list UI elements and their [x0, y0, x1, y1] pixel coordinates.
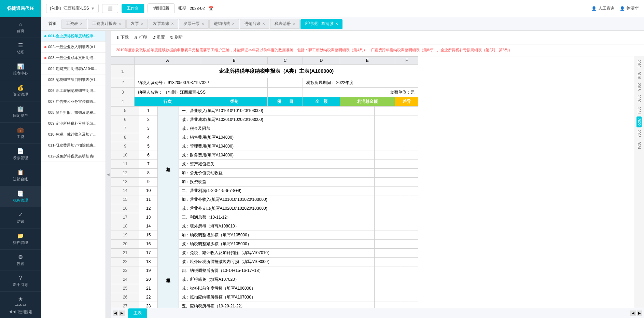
xiangmu-13[interactable]: 三、利润总额（10-11-12）	[179, 213, 374, 222]
chay-5[interactable]	[409, 142, 418, 151]
xuhao-18[interactable]: 18	[139, 257, 158, 266]
lirunquane-21[interactable]	[400, 284, 409, 293]
left-panel-item-006[interactable]: 006-职工薪酬纳税调整明细...	[41, 85, 106, 96]
year-2018[interactable]: 2018	[636, 81, 642, 92]
xuhao-4[interactable]: 4	[139, 133, 158, 142]
quane-5[interactable]	[374, 142, 400, 151]
quane-7[interactable]	[374, 160, 400, 168]
lirunquane-23[interactable]	[400, 302, 409, 308]
left-panel-item-001[interactable]: 001-企业所得税年度纳税申...	[41, 31, 106, 42]
lirunquane-18[interactable]	[400, 257, 409, 266]
lirunquane-9[interactable]	[400, 177, 409, 186]
tab-salary-stat[interactable]: 工资统计报表 ✕	[88, 19, 126, 29]
xiangmu-16[interactable]: 减：纳税调整减少额（填写A105000）	[179, 239, 374, 248]
xuhao-19[interactable]: 19	[139, 266, 158, 275]
left-panel-item-005[interactable]: 005-纳税调整项目明细表(A1...	[41, 74, 106, 85]
xiangmu-4[interactable]: 减：销售费用(填写A104000)	[179, 133, 374, 142]
tab-salary-close[interactable]: ✕	[80, 22, 83, 26]
xuhao-13[interactable]: 13	[139, 213, 158, 222]
left-panel-item-012[interactable]: 012-减免所得税优惠明细表(...	[41, 151, 106, 162]
chay-16[interactable]	[409, 239, 418, 248]
lirunquane-8[interactable]	[400, 168, 409, 177]
xiangmu-11[interactable]: 加：营业外收入(填写A101010\101020\103000)	[179, 195, 374, 204]
lirunquane-11[interactable]	[400, 195, 409, 204]
nav-prev-btn[interactable]: ◀	[113, 310, 118, 316]
sidebar-item-fixed[interactable]: 🏢 固定资产	[0, 101, 41, 123]
year-2016[interactable]: 2016	[636, 70, 642, 81]
xuhao-23[interactable]: 23	[139, 302, 158, 308]
quane-1[interactable]	[374, 106, 400, 115]
switch-btn[interactable]: 切到旧版	[148, 3, 175, 13]
lirunquane-1[interactable]	[400, 106, 409, 115]
chay-20[interactable]	[409, 275, 418, 284]
quane-14[interactable]	[374, 222, 400, 231]
xuhao-20[interactable]: 20	[139, 275, 158, 284]
xuhao-9[interactable]: 9	[139, 177, 158, 186]
quane-2[interactable]	[374, 115, 400, 124]
xuhao-14[interactable]: 14	[139, 222, 158, 231]
nav-next-btn[interactable]: ▶	[119, 310, 125, 316]
quane-22[interactable]	[374, 293, 400, 302]
chay-15[interactable]	[409, 231, 418, 239]
xuhao-7[interactable]: 7	[139, 160, 158, 168]
quane-15[interactable]	[374, 231, 400, 239]
tab-income-tax[interactable]: 所得税汇算清缴 ✕	[300, 19, 342, 29]
xuhao-22[interactable]: 22	[139, 293, 158, 302]
chay-18[interactable]	[409, 257, 418, 266]
tab-income-tax-close[interactable]: ✕	[335, 22, 338, 26]
xiangmu-18[interactable]: 减：境外应税所得抵减境内亏损（填写A108000）	[179, 257, 374, 266]
xiangmu-3[interactable]: 减：税金及附加	[179, 124, 374, 133]
left-panel-item-004[interactable]: 004-期间费用明细表(A1040...	[41, 64, 106, 74]
tab-purchase-ledger-close[interactable]: ✕	[262, 22, 265, 26]
tab-invoice-open[interactable]: 发票开票 ✕	[179, 19, 209, 29]
sidebar-item-member[interactable]: ★ 畅会员	[0, 292, 41, 306]
xiangmu-20[interactable]: 减：所得减免（填写A107020）	[179, 275, 374, 284]
lirunquane-14[interactable]	[400, 222, 409, 231]
tab-invoice[interactable]: 发票 ✕	[126, 19, 148, 29]
xiangmu-14[interactable]: 减：境外所得（填写A108010）	[179, 222, 374, 231]
chay-19[interactable]	[409, 266, 418, 275]
chay-1[interactable]	[409, 106, 418, 115]
xuhao-5[interactable]: 5	[139, 142, 158, 151]
sidebar-item-checkout[interactable]: ✓ 结账	[0, 207, 41, 229]
sidebar-item-invoice[interactable]: 📄 发票管理	[0, 144, 41, 165]
reset-btn[interactable]: ↺ 重置	[152, 34, 165, 40]
chay-3[interactable]	[409, 124, 418, 133]
xiangmu-23[interactable]: 五、应纳税所得额（19-20-21-22）	[179, 302, 374, 308]
year-2023[interactable]: 2023	[636, 128, 642, 139]
tab-invoice-open-close[interactable]: ✕	[201, 22, 204, 26]
chay-8[interactable]	[409, 168, 418, 177]
xiangmu-15[interactable]: 加：纳税调整增加额（填写A105000）	[179, 231, 374, 239]
xiangmu-2[interactable]: 减：营业成本(填写A102010\102020\103000)	[179, 115, 374, 124]
tab-salary-stat-close[interactable]: ✕	[118, 22, 121, 26]
lirunquane-19[interactable]	[400, 266, 409, 275]
chay-23[interactable]	[409, 302, 418, 308]
year-2020[interactable]: 2020	[636, 93, 642, 104]
scroll-right-btn[interactable]: ▶	[637, 310, 642, 316]
chay-21[interactable]	[409, 284, 418, 293]
year-2019[interactable]: 2019	[636, 58, 642, 69]
print-btn[interactable]: 🖨 打印	[134, 34, 147, 40]
lirunquane-3[interactable]	[400, 124, 409, 133]
chay-4[interactable]	[409, 133, 418, 142]
left-panel-item-007[interactable]: 007-广告费和业务宣传费跨...	[41, 96, 106, 107]
quane-11[interactable]	[374, 195, 400, 204]
xiangmu-6[interactable]: 减：财务费用(填写A104000)	[179, 151, 374, 160]
refresh-btn[interactable]: ↻ 刷新	[170, 34, 183, 40]
tab-purchase-audit-close[interactable]: ✕	[232, 22, 235, 26]
xuhao-2[interactable]: 2	[139, 115, 158, 124]
sidebar-item-asset[interactable]: 💰 资金管理	[0, 80, 41, 101]
lirunquane-20[interactable]	[400, 275, 409, 284]
lirunquane-22[interactable]	[400, 293, 409, 302]
xuhao-21[interactable]: 21	[139, 284, 158, 293]
lirunquane-17[interactable]	[400, 248, 409, 257]
xiangmu-10[interactable]: 二、营业利润(1-2-3-4-5-6-7-8+9)	[179, 186, 374, 195]
xuhao-12[interactable]: 12	[139, 204, 158, 213]
lirunquane-16[interactable]	[400, 239, 409, 248]
chay-14[interactable]	[409, 222, 418, 231]
xiangmu-7[interactable]: 减：资产减值损失	[179, 160, 374, 168]
xiangmu-17[interactable]: 减：免税、减计收入及加计扣除（填写A107010）	[179, 248, 374, 257]
left-panel-item-010[interactable]: 010-免税、减计收入及加计...	[41, 129, 106, 140]
chay-2[interactable]	[409, 115, 418, 124]
tab-purchase-audit[interactable]: 进销稽核 ✕	[209, 19, 239, 29]
